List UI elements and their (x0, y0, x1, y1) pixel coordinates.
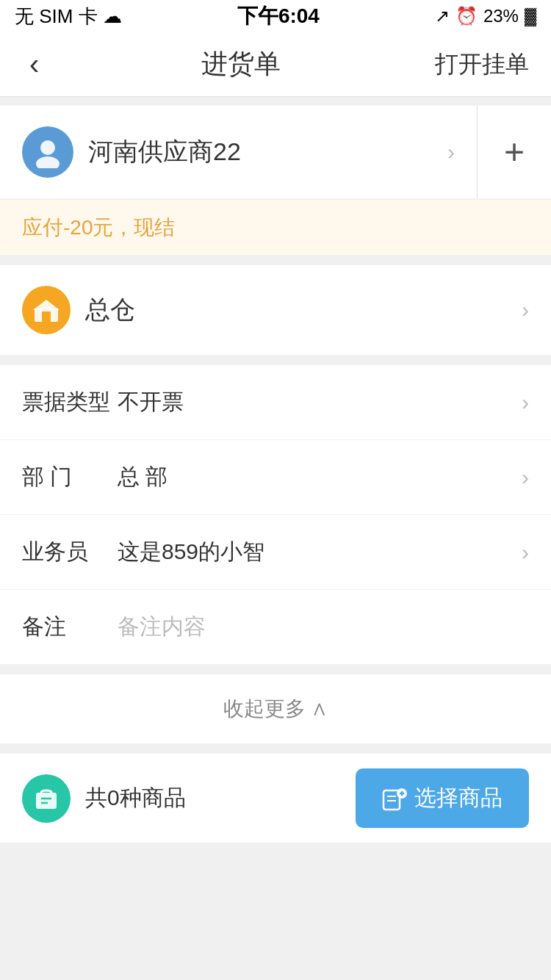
svg-marker-3 (33, 300, 60, 310)
select-product-label: 选择商品 (414, 783, 503, 813)
alarm-icon: ⏰ (455, 6, 478, 26)
supplier-chevron-icon: › (447, 140, 455, 165)
back-button[interactable]: ‹ (22, 40, 46, 88)
status-bar: 无 SIM 卡 ☁ 下午6:04 ↗ ⏰ 23% ▓ (0, 0, 551, 32)
remark-row[interactable]: 备注 备注内容 (0, 590, 551, 664)
bottom-bar: 共0种商品 选择商品 (0, 754, 551, 843)
svg-rect-4 (42, 311, 51, 322)
supplier-add-button[interactable]: + (478, 114, 551, 190)
invoice-type-value: 不开票 (110, 387, 514, 417)
battery-icon: ▓ (525, 7, 536, 26)
nav-bar: ‹ 进货单 打开挂单 (0, 32, 551, 97)
form-section: 票据类型 不开票 › 部 门 总 部 › 业务员 这是859的小智 › 备注 备… (0, 365, 551, 664)
notice-banner: 应付-20元，现结 (0, 200, 551, 255)
supplier-select[interactable]: 河南供应商22 › (0, 106, 478, 198)
supplier-avatar (22, 126, 73, 178)
location-icon: ↗ (435, 6, 450, 26)
collapse-more-button[interactable]: 收起更多 ∧ (0, 674, 551, 743)
status-left: 无 SIM 卡 ☁ (15, 4, 122, 29)
gray-fill-area (0, 843, 551, 980)
warehouse-chevron-icon: › (522, 298, 529, 323)
status-right: ↗ ⏰ 23% ▓ (435, 6, 536, 26)
supplier-name: 河南供应商22 (88, 135, 440, 169)
department-chevron-icon: › (522, 465, 529, 490)
department-row[interactable]: 部 门 总 部 › (0, 440, 551, 515)
remark-input[interactable]: 备注内容 (110, 612, 529, 642)
remark-label: 备注 (22, 612, 110, 642)
svg-rect-5 (36, 793, 57, 809)
add-icon: + (504, 134, 525, 170)
page-title: 进货单 (201, 46, 281, 82)
open-pending-button[interactable]: 打开挂单 (435, 48, 529, 81)
no-sim-text: 无 SIM 卡 ☁ (15, 4, 122, 29)
salesperson-value: 这是859的小智 (110, 537, 514, 567)
invoice-type-label: 票据类型 (22, 387, 110, 417)
supplier-section: 河南供应商22 › + (0, 106, 551, 198)
product-icon (22, 774, 71, 823)
invoice-type-chevron-icon: › (522, 390, 529, 415)
warehouse-name: 总仓 (85, 293, 514, 327)
salesperson-chevron-icon: › (522, 540, 529, 565)
svg-point-0 (40, 140, 55, 155)
warehouse-section[interactable]: 总仓 › (0, 265, 551, 355)
select-product-button[interactable]: 选择商品 (356, 768, 529, 828)
svg-point-1 (36, 156, 60, 168)
product-count-text: 共0种商品 (85, 783, 341, 813)
warehouse-icon (22, 286, 71, 334)
notice-text: 应付-20元，现结 (22, 216, 175, 239)
status-time: 下午6:04 (237, 2, 320, 30)
salesperson-label: 业务员 (22, 537, 110, 567)
department-value: 总 部 (110, 462, 514, 492)
battery-text: 23% (483, 6, 519, 26)
content-area: 河南供应商22 › + 应付-20元，现结 总仓 › 票据类型 不开票 › (0, 97, 551, 980)
collapse-more-label: 收起更多 ∧ (223, 695, 328, 723)
salesperson-row[interactable]: 业务员 这是859的小智 › (0, 515, 551, 590)
invoice-type-row[interactable]: 票据类型 不开票 › (0, 365, 551, 440)
department-label: 部 门 (22, 462, 110, 492)
